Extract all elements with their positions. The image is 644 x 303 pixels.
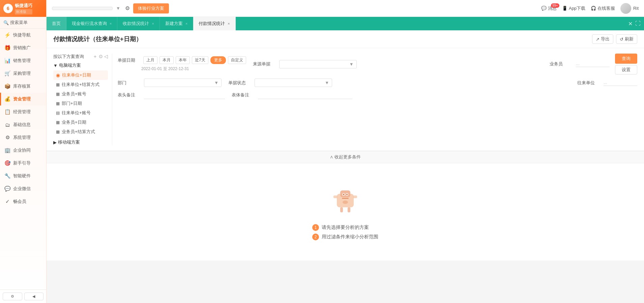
export-icon: ↗ — [596, 37, 599, 42]
sidebar-item-quick-nav[interactable]: ⚡ 快捷导航 — [0, 29, 46, 41]
sidebar-item-sales[interactable]: 📊 销售管理 — [0, 54, 46, 67]
sales-icon: 📊 — [4, 58, 10, 64]
header-note-label: 表头备注 — [118, 92, 141, 98]
sidebar-item-inventory[interactable]: 📦 库存核算 — [0, 80, 46, 93]
service-label: 在线客服 — [597, 5, 615, 11]
last-month-btn[interactable]: 上月 — [143, 56, 157, 64]
filter-area: 按以下方案查询 ＋ ⊙ ◁ ▼ 电脑端方案 ◉ 往来单位+日期 ▦ — [47, 48, 644, 151]
fullscreen-icon[interactable]: ⛶ — [635, 21, 641, 27]
bank-flow-label: 现金银行流水查询 — [72, 21, 107, 27]
sidebar-item-vip[interactable]: ✓ 畅会员 — [0, 195, 46, 208]
scheme-panel-icons: ＋ ⊙ ◁ — [93, 54, 108, 60]
tab-receivable-stats[interactable]: 收款情况统计 × — [117, 17, 159, 30]
sidebar-item-purchase[interactable]: 🛒 采购管理 — [0, 67, 46, 80]
settings-btn[interactable]: 设置 — [615, 65, 637, 74]
scheme-item-staff-date[interactable]: ▦ 业务员+日期 — [53, 118, 108, 127]
this-month-btn[interactable]: 本月 — [159, 56, 174, 64]
sidebar-item-wechat[interactable]: 💬 企业微信 — [0, 182, 46, 195]
hint-2-text: 用过滤条件来缩小分析范围 — [322, 234, 378, 240]
payment-stats-label: 付款情况统计 — [199, 21, 225, 27]
sidebar-collapse-btn[interactable]: ◀ — [24, 293, 44, 300]
body-note-input[interactable] — [258, 91, 352, 99]
purchase-icon: 🛒 — [4, 70, 10, 77]
tab-home[interactable]: 首页 — [47, 17, 66, 30]
header-note-input[interactable] — [144, 91, 225, 99]
tab-bank-flow[interactable]: 现金银行流水查询 × — [66, 17, 117, 30]
scheme-icon-4: ▦ — [56, 101, 60, 106]
app-download-label: App下载 — [569, 5, 585, 11]
partner-input[interactable]: ... — [604, 80, 637, 86]
sidebar-item-basic-info[interactable]: 🗂 基础信息 — [0, 118, 46, 131]
bank-flow-close-icon[interactable]: × — [110, 22, 112, 26]
export-btn[interactable]: ↗ 导出 — [592, 34, 613, 44]
collapse-conditions-btn[interactable]: ∧ 收起更多条件 — [47, 151, 644, 163]
vip-icon: ✓ — [4, 199, 10, 205]
address-dropdown-icon[interactable]: ▼ — [116, 6, 120, 11]
last-7days-btn[interactable]: 近7天 — [192, 56, 208, 64]
doc-status-select[interactable]: ▼ — [255, 79, 332, 87]
sidebar-settings-btn[interactable]: ⚙ — [3, 293, 22, 300]
page-actions: ↗ 导出 ↺ 刷新 — [592, 34, 637, 44]
settings-gear-icon[interactable]: ⚙ — [125, 5, 130, 11]
date-label: 单据日期 — [118, 57, 141, 63]
scheme-panel-title: 按以下方案查询 — [53, 54, 84, 60]
scheme-item-staff-settle[interactable]: ▦ 业务员+结算方式 — [53, 127, 108, 137]
search-menu[interactable]: 🔍 搜索菜单 — [0, 17, 46, 29]
sidebar-item-operations[interactable]: 📋 经营管理 — [0, 105, 46, 118]
receivable-stats-close-icon[interactable]: × — [152, 22, 154, 26]
sidebar-item-guide[interactable]: 🎯 新手引导 — [0, 157, 46, 170]
staff-input[interactable]: ... — [576, 61, 610, 67]
app-download-btn[interactable]: 📱 App下载 — [562, 5, 585, 11]
refresh-btn[interactable]: ↺ 刷新 — [616, 34, 637, 44]
close-all-tabs-icon[interactable]: ✕ — [628, 21, 633, 27]
dept-select[interactable]: ▼ — [144, 79, 222, 87]
sidebar-item-label: 基础信息 — [13, 122, 31, 128]
custom-date-btn[interactable]: 自定义 — [228, 56, 246, 64]
operations-icon: 📋 — [4, 109, 10, 115]
new-scheme-close-icon[interactable]: × — [185, 22, 187, 26]
collapse-btn-label: ∧ 收起更多条件 — [330, 154, 361, 160]
this-year-btn[interactable]: 本年 — [176, 56, 190, 64]
empty-hint-1: 1 请先选择要分析的方案 — [312, 224, 378, 231]
body-note-label: 表体备注 — [232, 92, 255, 98]
user-name[interactable]: Rit — [633, 6, 639, 11]
hint-1-text: 请先选择要分析的方案 — [322, 224, 369, 231]
tabs-right-actions: ✕ ⛶ — [628, 21, 644, 27]
scheme-label: 往来单位+日期 — [62, 72, 91, 78]
topbar: ▼ ⚙ 体验行业方案 💬 消息 99+ 📱 App下载 🎧 在线客服 Rit — [47, 0, 644, 17]
sidebar-item-marketing[interactable]: 🎁 营销推广 — [0, 41, 46, 54]
search-icon: 🔍 — [3, 20, 9, 25]
online-service-btn[interactable]: 🎧 在线客服 — [591, 5, 615, 11]
more-date-btn[interactable]: 更多 — [210, 56, 226, 64]
doc-status-label: 单据状态 — [228, 80, 252, 86]
scheme-add-icon[interactable]: ＋ — [93, 54, 97, 60]
sidebar-item-hardware[interactable]: 🔧 智能硬件 — [0, 170, 46, 182]
user-avatar[interactable] — [620, 3, 631, 14]
payment-stats-close-icon[interactable]: × — [228, 22, 230, 26]
message-btn[interactable]: 💬 消息 99+ — [541, 5, 557, 11]
sidebar-item-funds[interactable]: 💰 资金管理 — [0, 93, 46, 105]
filter-row-1: 单据日期 上月 本月 本年 近7天 更多 自定义 2022-01-01 至 20… — [118, 54, 637, 74]
scheme-active-icon: ◉ — [56, 72, 60, 78]
scheme-settings-icon[interactable]: ⊙ — [99, 54, 103, 60]
desktop-section-toggle[interactable]: ▼ 电脑端方案 — [53, 62, 108, 68]
tab-new-scheme[interactable]: 新建方案 × — [160, 17, 193, 30]
scheme-item-partner-settle[interactable]: ▦ 往来单位+结算方式 — [53, 80, 108, 89]
tab-payment-stats[interactable]: 付款情况统计 × — [193, 17, 235, 30]
sidebar-item-system[interactable]: ⚙ 系统管理 — [0, 131, 46, 144]
source-doc-select[interactable]: ▼ — [279, 60, 357, 68]
query-btn[interactable]: 查询 — [615, 54, 637, 64]
address-bar[interactable] — [52, 7, 113, 10]
sidebar-item-enterprise[interactable]: 🏢 企业协同 — [0, 144, 46, 157]
user-area[interactable]: Rit — [620, 3, 639, 14]
scheme-item-partner-account[interactable]: ▤ 往来单位+账号 — [53, 108, 108, 118]
scheme-collapse-icon[interactable]: ◁ — [104, 54, 108, 60]
receivable-stats-label: 收款情况统计 — [123, 21, 149, 27]
mobile-section-toggle[interactable]: ▶ 移动端方案 — [53, 139, 108, 145]
scheme-label: 业务员+日期 — [62, 119, 86, 125]
scheme-item-staff-account[interactable]: ▦ 业务员+账号 — [53, 89, 108, 99]
trial-btn[interactable]: 体验行业方案 — [133, 3, 169, 13]
sidebar-item-label: 经营管理 — [13, 109, 31, 115]
scheme-item-dept-date[interactable]: ▦ 部门+日期 — [53, 99, 108, 108]
scheme-item-partner-date[interactable]: ◉ 往来单位+日期 — [53, 70, 108, 80]
